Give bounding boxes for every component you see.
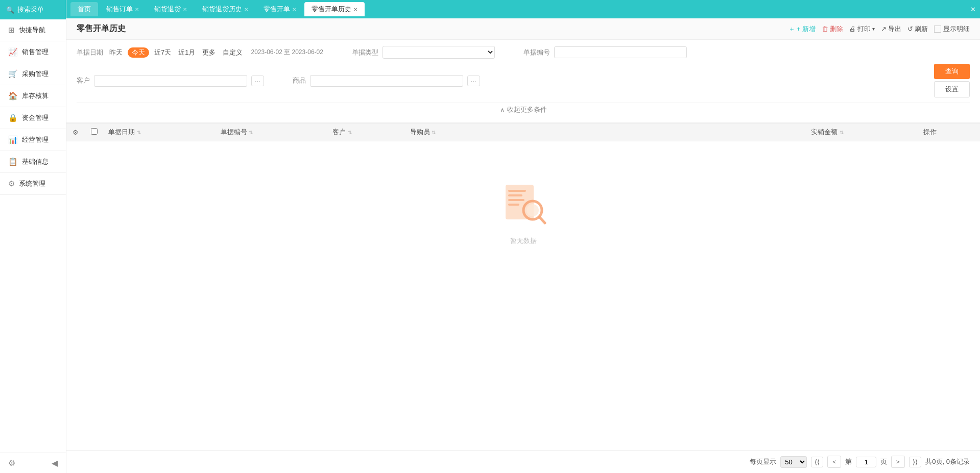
last-page-btn[interactable]: ⟩⟩ bbox=[909, 457, 921, 467]
sidebar-item-purchase-mgmt[interactable]: 🛒 采购管理 bbox=[0, 63, 66, 85]
search-icon: 🔍 bbox=[6, 6, 14, 14]
tab-home[interactable]: 首页 bbox=[70, 2, 98, 16]
tab-return-history-label: 销货退货历史 bbox=[202, 5, 242, 14]
tab-sales-order-close[interactable]: ✕ bbox=[135, 7, 139, 12]
date-opt-yesterday[interactable]: 昨天 bbox=[107, 47, 125, 58]
sidebar-item-base-info[interactable]: 📋 基础信息 bbox=[0, 151, 66, 173]
th-amount-sort-icon[interactable]: ⇅ bbox=[840, 130, 844, 135]
customer-filter: 客户 ··· bbox=[77, 75, 264, 87]
show-detail-checkbox[interactable] bbox=[934, 26, 941, 33]
th-action: 操作 bbox=[918, 123, 980, 141]
date-opt-7days[interactable]: 近7天 bbox=[152, 47, 173, 58]
sidebar-item-sys-mgmt[interactable]: ⚙ 系统管理 bbox=[0, 173, 66, 195]
th-date-sort-icon[interactable]: ⇅ bbox=[137, 130, 141, 135]
tab-sales-order[interactable]: 销售订单 ✕ bbox=[99, 2, 146, 16]
delete-button[interactable]: 🗑 删除 bbox=[822, 24, 843, 34]
th-customer-sort-icon[interactable]: ⇅ bbox=[348, 130, 352, 135]
th-check[interactable] bbox=[85, 123, 103, 141]
tab-return-history[interactable]: 销货退货历史 ✕ bbox=[195, 2, 255, 16]
tab-sales-order-label: 销售订单 bbox=[106, 5, 133, 14]
bill-no-input[interactable] bbox=[554, 46, 687, 58]
tab-return-goods-close[interactable]: ✕ bbox=[183, 7, 187, 12]
tab-return-history-close[interactable]: ✕ bbox=[244, 7, 248, 12]
refresh-label: 刷新 bbox=[915, 24, 928, 34]
refresh-button[interactable]: ↺ 刷新 bbox=[907, 24, 928, 34]
date-options: 昨天 今天 近7天 近1月 更多 自定义 bbox=[107, 47, 245, 58]
print-button[interactable]: 🖨 打印 ▾ bbox=[849, 24, 875, 34]
tab-retail-open-close[interactable]: ✕ bbox=[292, 7, 296, 12]
total-text: 共0页, 0条记录 bbox=[925, 457, 970, 466]
finance-icon: 🔒 bbox=[8, 113, 18, 122]
date-filter-label: 单据日期 bbox=[77, 48, 103, 57]
th-amount: 实销金额 ⇅ bbox=[806, 123, 918, 141]
table-area: ⚙ 单据日期 ⇅ 单据编号 ⇅ 客户 bbox=[66, 123, 980, 450]
th-settings[interactable]: ⚙ bbox=[66, 123, 85, 141]
sidebar-item-label: 基础信息 bbox=[22, 157, 49, 166]
bill-type-select[interactable] bbox=[383, 46, 495, 59]
date-filter: 单据日期 昨天 今天 近7天 近1月 更多 自定义 2023-06-02 至 2… bbox=[77, 47, 323, 58]
svg-rect-4 bbox=[508, 204, 519, 206]
delete-icon: 🗑 bbox=[822, 25, 828, 33]
product-label: 商品 bbox=[293, 76, 306, 85]
th-bill-no-sort-icon[interactable]: ⇅ bbox=[249, 130, 253, 135]
sidebar-item-sales-mgmt[interactable]: 📈 销售管理 bbox=[0, 41, 66, 63]
collapse-sidebar-icon[interactable]: ◀ bbox=[52, 458, 58, 468]
page-title: 零售开单历史 bbox=[77, 23, 126, 34]
th-customer-label: 客户 bbox=[332, 128, 346, 136]
th-action-label: 操作 bbox=[923, 128, 937, 136]
sidebar-item-operations[interactable]: 📊 经营管理 bbox=[0, 129, 66, 151]
page-header: 零售开单历史 ＋ + 新增 🗑 删除 🖨 打印 ▾ ↗ 导出 bbox=[66, 18, 980, 40]
export-button[interactable]: ↗ 导出 bbox=[881, 24, 901, 34]
tab-retail-open[interactable]: 零售开单 ✕ bbox=[256, 2, 303, 16]
settings-filter-button[interactable]: 设置 bbox=[934, 81, 970, 97]
sidebar-item-label: 快捷导航 bbox=[19, 26, 45, 35]
th-date-label: 单据日期 bbox=[108, 128, 135, 136]
select-all-checkbox[interactable] bbox=[91, 128, 98, 135]
bill-no-filter: 单据编号 bbox=[523, 46, 687, 58]
date-opt-1month[interactable]: 近1月 bbox=[176, 47, 197, 58]
sidebar-item-label: 系统管理 bbox=[19, 179, 45, 188]
first-page-btn[interactable]: ⟨⟨ bbox=[811, 457, 823, 467]
tab-retail-history[interactable]: 零售开单历史 ✕ bbox=[304, 2, 365, 16]
sidebar-menu: ⊞ 快捷导航 📈 销售管理 🛒 采购管理 🏠 库存核算 🔒 资金管理 📊 经营管… bbox=[0, 19, 66, 453]
th-bill-no-label: 单据编号 bbox=[221, 128, 247, 136]
next-page-btn[interactable]: ＞ bbox=[891, 456, 905, 468]
tab-close-all-icon[interactable]: ✕ bbox=[970, 6, 976, 13]
sidebar-item-label: 资金管理 bbox=[22, 113, 49, 122]
show-detail-button[interactable]: 显示明细 bbox=[934, 24, 970, 34]
sidebar-search[interactable]: 🔍 搜索采单 bbox=[0, 0, 66, 19]
per-page-select[interactable]: 50 100 200 bbox=[780, 456, 807, 468]
settings-icon[interactable]: ⚙ bbox=[8, 458, 15, 468]
sidebar-item-label: 库存核算 bbox=[22, 91, 49, 101]
product-filter: 商品 ··· bbox=[293, 75, 480, 87]
sidebar-item-finance[interactable]: 🔒 资金管理 bbox=[0, 107, 66, 129]
pagination-bar: 每页显示 50 100 200 ⟨⟨ ＜ 第 页 ＞ ⟩⟩ 共0页, 0条记录 bbox=[66, 450, 980, 473]
date-opt-today[interactable]: 今天 bbox=[128, 47, 149, 58]
date-opt-more[interactable]: 更多 bbox=[200, 47, 218, 58]
sidebar-item-inventory[interactable]: 🏠 库存核算 bbox=[0, 85, 66, 107]
prev-page-btn[interactable]: ＜ bbox=[827, 456, 841, 468]
svg-rect-3 bbox=[508, 199, 524, 201]
query-button[interactable]: 查询 bbox=[934, 64, 970, 79]
export-label: 导出 bbox=[888, 24, 901, 34]
action-buttons: 查询 设置 bbox=[934, 64, 970, 97]
tab-retail-history-close[interactable]: ✕ bbox=[353, 7, 357, 12]
svg-point-6 bbox=[527, 204, 539, 216]
svg-line-7 bbox=[539, 217, 545, 223]
main-area: 首页 销售订单 ✕ 销货退货 ✕ 销货退货历史 ✕ 零售开单 ✕ 零售开单历史 … bbox=[66, 0, 980, 473]
tab-return-goods[interactable]: 销货退货 ✕ bbox=[147, 2, 194, 16]
sales-icon: 📈 bbox=[8, 47, 18, 57]
product-input[interactable] bbox=[310, 75, 463, 87]
tabbar: 首页 销售订单 ✕ 销货退货 ✕ 销货退货历史 ✕ 零售开单 ✕ 零售开单历史 … bbox=[66, 0, 980, 18]
sys-icon: ⚙ bbox=[8, 179, 15, 188]
collapse-filter-bar[interactable]: ∧ 收起更多条件 bbox=[77, 103, 970, 116]
date-opt-custom[interactable]: 自定义 bbox=[221, 47, 245, 58]
product-more-icon[interactable]: ··· bbox=[467, 76, 480, 86]
th-amount-label: 实销金额 bbox=[811, 128, 838, 136]
customer-more-icon[interactable]: ··· bbox=[251, 76, 264, 86]
add-button[interactable]: ＋ + 新增 bbox=[788, 24, 816, 34]
customer-input[interactable] bbox=[94, 75, 247, 87]
th-guide-sort-icon[interactable]: ⇅ bbox=[432, 130, 436, 135]
page-number-input[interactable] bbox=[856, 457, 876, 467]
sidebar-item-quick-nav[interactable]: ⊞ 快捷导航 bbox=[0, 19, 66, 41]
